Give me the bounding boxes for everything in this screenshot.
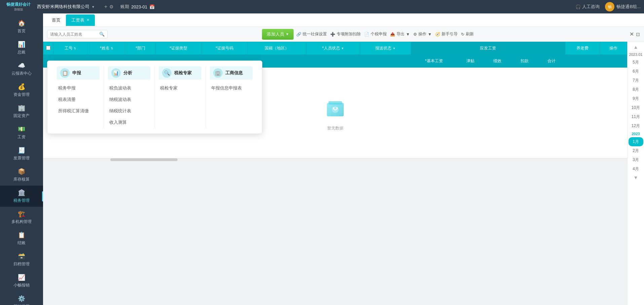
menu-item-tax-declaration[interactable]: 税务申报 [57,82,100,94]
dropdown-col-analysis: 📊 分析 税负波动表 纳税波动表 纳税统计表 收入测算 [104,66,155,128]
dropdown-overlay: 📋 申报 税务申报 税表清册 所得税汇算清缴 📊 分析 税负波动表 纳税波动表 … [0,0,644,305]
dropdown-col-tax-expert: 🔍 税检专家 税检专家 [155,66,206,128]
menu-item-tax-burden[interactable]: 税负波动表 [108,82,151,94]
menu-item-tax-table[interactable]: 税表清册 [57,94,100,105]
analysis-icon: 📊 [111,68,121,78]
tax-expert-header: 🔍 税检专家 [159,66,201,80]
business-info-icon: 🏢 [213,68,223,78]
business-info-header: 🏢 工商信息 [210,66,253,80]
tax-menu-dropdown: 📋 申报 税务申报 税表清册 所得税汇算清缴 📊 分析 税负波动表 纳税波动表 … [47,61,262,134]
menu-item-tax-expert[interactable]: 税检专家 [159,82,201,94]
menu-item-income-estimate[interactable]: 收入测算 [108,117,151,128]
menu-item-annual-report[interactable]: 年报信息申报表 [210,82,253,94]
tax-expert-label: 税检专家 [174,70,192,76]
declaration-icon: 📋 [60,68,70,78]
tax-expert-icon: 🔍 [162,68,172,78]
menu-item-tax-payment-fluctuation[interactable]: 纳税波动表 [108,94,151,105]
menu-item-income-tax[interactable]: 所得税汇算清缴 [57,105,100,117]
declaration-label: 申报 [72,70,81,76]
declaration-header: 📋 申报 [57,66,100,80]
analysis-header: 📊 分析 [108,66,151,80]
analysis-label: 分析 [123,70,132,76]
dropdown-col-declaration: 📋 申报 税务申报 税表清册 所得税汇算清缴 [53,66,104,128]
dropdown-col-business-info: 🏢 工商信息 年报信息申报表 [206,66,257,128]
menu-item-tax-statistics[interactable]: 纳税统计表 [108,105,151,117]
business-info-label: 工商信息 [225,70,243,76]
